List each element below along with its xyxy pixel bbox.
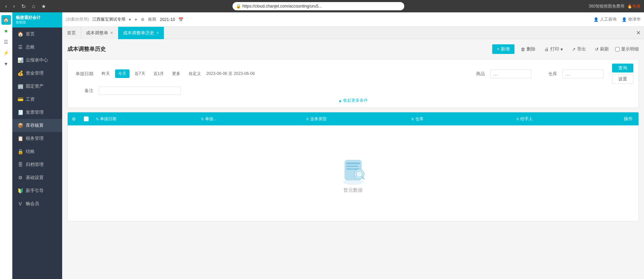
rail-icon-5[interactable]: ▼ (1, 59, 11, 69)
date-btn-yesterday[interactable]: 昨天 (99, 69, 113, 78)
refresh-button[interactable]: ↺ 刷新 (592, 45, 612, 54)
tab-cost-adjust[interactable]: 成本调整单 ✕ (81, 27, 118, 39)
sidebar-item-archive[interactable]: 🗄 归档管理 (12, 158, 62, 171)
sidebar-item-assets[interactable]: 🏢 固定资产 (12, 80, 62, 93)
empty-text: 暂元数据 (343, 187, 363, 193)
tab-cost-adjust-history[interactable]: 成本调整单历史 ✕ (118, 27, 164, 39)
sidebar-item-home[interactable]: 🏠 首页 (12, 27, 62, 41)
sidebar-logo: 畅捷通好会计 旗舰版 (12, 12, 62, 27)
home-icon: 🏠 (18, 31, 23, 37)
date-btn-more[interactable]: 更多 (169, 69, 183, 78)
user-profile[interactable]: 👤 徐泽华 (622, 16, 641, 22)
sidebar-item-funds[interactable]: 💰 资金管理 (12, 67, 62, 80)
panel-close-button[interactable]: ✕ (636, 30, 641, 36)
sidebar: 畅捷通好会计 旗舰版 🏠 首页 ☰ 总账 📊 云报表中心 💰 资金管理 🏢 固定… (12, 12, 62, 279)
svg-rect-2 (346, 163, 360, 164)
page-actions: + 新增 🗑 删除 🖨 打印 ▾ ↗ 导出 ↺ (492, 44, 639, 54)
service-link[interactable]: 👤 人工咨询 (594, 16, 617, 22)
address-bar[interactable]: 🔒 https://cloud.chanjet.com/accounting/u… (233, 2, 404, 10)
tab-history-close[interactable]: ✕ (156, 31, 159, 35)
th-date-sort-icon: ⇅ (96, 117, 99, 121)
ledger-icon: ☰ (18, 44, 23, 50)
th-biz-type[interactable]: ⇅ 业务类型 (303, 116, 408, 122)
search-tool[interactable]: 360智能抠图免费用 (589, 3, 624, 9)
rail-icon-3[interactable]: ☰ (1, 37, 11, 47)
goods-filter-label: 商品 (464, 71, 485, 77)
th-handler[interactable]: ⇅ 经手人 (513, 116, 618, 122)
th-date[interactable]: ⇅ 单据日期 (92, 116, 197, 122)
print-dropdown-icon[interactable]: ▾ (561, 47, 563, 52)
show-detail-input[interactable] (615, 47, 620, 52)
date-range-display: 2023-06-06 至 2023-06-06 (206, 71, 255, 77)
query-button[interactable]: 查询 (612, 64, 633, 72)
salary-icon: 💳 (18, 97, 23, 102)
print-button[interactable]: 🖨 打印 ▾ (542, 45, 566, 54)
forward-button[interactable]: › (11, 2, 16, 10)
back-button[interactable]: ‹ (3, 2, 9, 10)
sidebar-item-guide[interactable]: 🔰 新手引导 (12, 184, 62, 197)
export-button[interactable]: ↗ 导出 (569, 45, 589, 54)
new-button[interactable]: + 新增 (492, 44, 515, 54)
date-btn-1month[interactable]: 近1月 (150, 69, 167, 78)
sidebar-item-tax[interactable]: 📋 税务管理 (12, 132, 62, 145)
date-btn-today[interactable]: 今天 (115, 69, 129, 78)
sidebar-label-invoice: 发票管理 (26, 109, 44, 115)
sidebar-label-ledger: 总账 (26, 44, 35, 50)
empty-illustration (336, 153, 370, 187)
rail-icon-2[interactable]: ■ (1, 26, 11, 36)
star-button[interactable]: ★ (39, 2, 48, 10)
delete-button[interactable]: 🗑 删除 (518, 45, 538, 54)
rail-icon-home[interactable]: 🏠 (1, 15, 11, 25)
collapse-button[interactable]: ▲ 收起更多条件 (338, 98, 368, 103)
sidebar-label-member: 畅会员 (26, 201, 39, 207)
warehouse-select[interactable]: ... (562, 69, 603, 78)
goods-select[interactable]: ... (490, 69, 531, 78)
add-icon[interactable]: + (134, 16, 137, 23)
refresh-button[interactable]: ↻ (20, 2, 27, 10)
th-warehouse[interactable]: ⇅ 仓库 (408, 116, 513, 122)
sidebar-item-invoice[interactable]: 🧾 发票管理 (12, 106, 62, 119)
table-select-all[interactable] (80, 116, 92, 121)
browser-chrome: ‹ › ↻ ⌂ ★ 🔒 https://cloud.chanjet.com/ac… (0, 0, 644, 12)
table-settings-icon[interactable]: ⚙ (68, 116, 80, 122)
show-detail-checkbox[interactable]: 显示明细 (615, 46, 639, 52)
th-number[interactable]: ⇅ 单据... (197, 116, 303, 122)
logo-text: 畅捷通好会计 (16, 15, 41, 20)
select-all-checkbox[interactable] (84, 116, 89, 121)
page-content-area: 成本调整单历史 + 新增 🗑 删除 🖨 打印 ▾ ↗ 导出 (62, 39, 644, 279)
main-content: (勿删勿禁用) 江西服宝测试专用 ▾ + ⚙ 账期 2021-10 📅 👤 人工… (62, 12, 644, 279)
filter-settings-button[interactable]: 设置 (612, 74, 633, 84)
sidebar-item-member[interactable]: V 畅会员 (12, 197, 62, 210)
top-bar: (勿删勿禁用) 江西服宝测试专用 ▾ + ⚙ 账期 2021-10 📅 👤 人工… (62, 12, 644, 27)
sidebar-label-tax: 税务管理 (26, 135, 44, 142)
empty-state: 暂元数据 (68, 125, 639, 221)
tab-cost-adjust-close[interactable]: ✕ (110, 31, 113, 35)
calendar-icon[interactable]: 📅 (178, 17, 183, 22)
sidebar-label-home: 首页 (26, 31, 35, 37)
tab-bar: 首页 成本调整单 ✕ 成本调整单历史 ✕ ✕ (62, 27, 644, 39)
sidebar-item-closing[interactable]: 🔒 结账 (12, 145, 62, 158)
date-btn-7days[interactable]: 近7天 (132, 69, 148, 78)
date-btn-custom[interactable]: 自定义 (185, 69, 204, 78)
tab-home[interactable]: 首页 (62, 27, 81, 39)
sidebar-label-funds: 资金管理 (26, 70, 44, 76)
sidebar-item-reports[interactable]: 📊 云报表中心 (12, 54, 62, 67)
note-input[interactable] (99, 87, 181, 95)
rail-icon-4[interactable]: ⚡ (1, 48, 11, 58)
sidebar-item-ledger[interactable]: ☰ 总账 (12, 41, 62, 54)
sidebar-item-salary[interactable]: 💳 工资 (12, 93, 62, 106)
table-header: ⚙ ⇅ 单据日期 ⇅ 单据... ⇅ 业务类型 (68, 112, 639, 125)
sidebar-item-inventory[interactable]: 📦 库存核算 (12, 119, 62, 132)
delete-icon: 🗑 (521, 47, 525, 52)
settings-gear-icon[interactable]: ⚙ (141, 17, 145, 22)
th-warehouse-sort-icon: ⇅ (411, 117, 414, 121)
home-button[interactable]: ⌂ (30, 2, 37, 10)
filter-row-1: 单据日期 昨天 今天 近7天 近1月 更多 自定义 2023-06-06 至 2… (73, 64, 633, 84)
period-label: 账期 (148, 16, 156, 22)
page-title: 成本调整单历史 (67, 46, 106, 53)
dropdown-icon[interactable]: ▾ (129, 17, 131, 22)
tab-home-label: 首页 (67, 30, 76, 36)
th-biztype-sort-icon: ⇅ (306, 117, 309, 121)
sidebar-item-settings[interactable]: ⚙ 基础设置 (12, 171, 62, 184)
collapse-label: 收起更多条件 (343, 98, 368, 103)
